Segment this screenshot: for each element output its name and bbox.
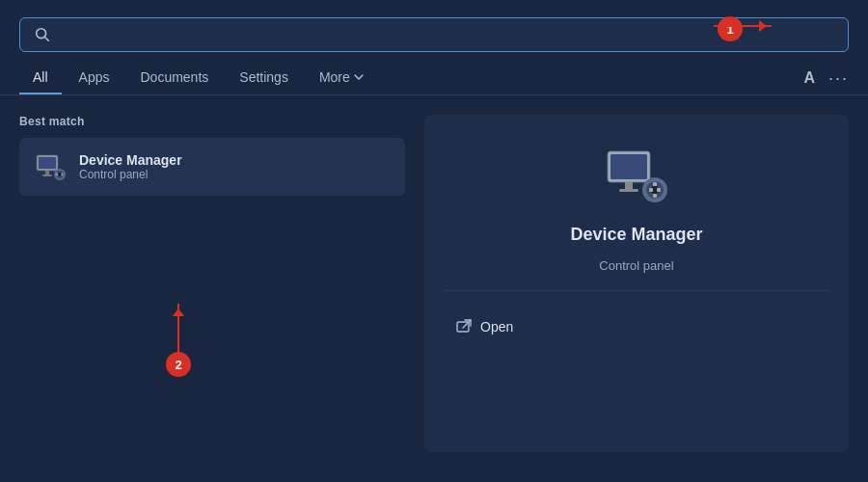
svg-rect-5 bbox=[42, 174, 52, 176]
more-options-button[interactable]: ··· bbox=[828, 68, 849, 89]
open-icon bbox=[455, 318, 473, 335]
result-subtitle: Control panel bbox=[79, 168, 182, 181]
svg-rect-19 bbox=[657, 188, 661, 192]
font-label[interactable]: A bbox=[803, 69, 815, 87]
open-label: Open bbox=[480, 319, 513, 335]
divider bbox=[444, 290, 829, 291]
device-manager-icon-small bbox=[33, 149, 68, 184]
tab-apps[interactable]: Apps bbox=[66, 62, 123, 94]
annotation-badge-1: 1 bbox=[718, 16, 743, 41]
left-panel: Best match Device Manager Control panel bbox=[19, 115, 405, 452]
search-icon bbox=[34, 26, 51, 43]
chevron-down-icon bbox=[353, 71, 365, 83]
svg-rect-3 bbox=[39, 157, 56, 169]
annotation-badge-2-container: 2 bbox=[166, 304, 191, 377]
tabs-row: All Apps Documents Settings More A ··· bbox=[0, 52, 868, 95]
tabs-right: A ··· bbox=[803, 68, 849, 89]
tab-all[interactable]: All bbox=[19, 62, 62, 94]
tab-settings[interactable]: Settings bbox=[226, 62, 302, 94]
tabs-left: All Apps Documents Settings More bbox=[19, 62, 378, 94]
svg-point-8 bbox=[58, 173, 62, 176]
svg-rect-14 bbox=[619, 189, 638, 192]
detail-subtitle: Control panel bbox=[599, 258, 673, 273]
tab-more[interactable]: More bbox=[306, 62, 378, 94]
annotation-badge-2: 2 bbox=[166, 352, 191, 377]
svg-rect-12 bbox=[610, 154, 647, 179]
right-panel: Device Manager Control panel Open bbox=[424, 115, 849, 452]
tab-documents[interactable]: Documents bbox=[126, 62, 222, 94]
device-manager-icon-large bbox=[603, 144, 670, 211]
annotation-arrow-1 bbox=[714, 25, 772, 27]
best-match-label: Best match bbox=[19, 115, 405, 128]
svg-rect-9 bbox=[56, 174, 58, 176]
annotation-arrow-2-up bbox=[177, 304, 179, 352]
result-title: Device Manager bbox=[79, 152, 182, 168]
svg-rect-4 bbox=[45, 171, 49, 174]
main-content: Best match Device Manager Control panel bbox=[0, 95, 868, 471]
svg-rect-13 bbox=[625, 182, 633, 189]
detail-title: Device Manager bbox=[570, 225, 702, 245]
svg-rect-10 bbox=[62, 174, 64, 176]
result-info: Device Manager Control panel bbox=[79, 152, 182, 181]
open-button[interactable]: Open bbox=[444, 312, 525, 341]
svg-line-1 bbox=[44, 37, 48, 40]
svg-rect-21 bbox=[653, 194, 657, 198]
svg-rect-18 bbox=[649, 188, 653, 192]
svg-rect-20 bbox=[653, 182, 657, 186]
result-item[interactable]: Device Manager Control panel bbox=[19, 138, 405, 196]
